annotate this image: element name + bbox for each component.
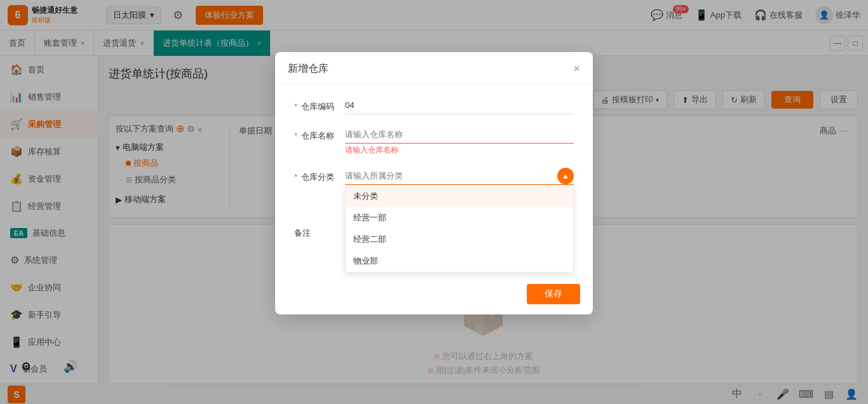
category-input-wrap: ▲ 未分类 经营一部 经营二部 物业部 bbox=[345, 167, 574, 185]
save-button[interactable]: 保存 bbox=[527, 284, 580, 304]
dropdown-item-dept1[interactable]: 经营一部 bbox=[346, 207, 573, 229]
form-row-name: * 仓库名称 请输入仓库名称 bbox=[294, 126, 574, 156]
name-error-msg: 请输入仓库名称 bbox=[345, 145, 574, 156]
name-input[interactable] bbox=[345, 126, 574, 144]
category-dropdown: 未分类 经营一部 经营二部 物业部 bbox=[345, 185, 574, 273]
category-label: * 仓库分类 bbox=[294, 167, 345, 183]
code-input-wrap bbox=[345, 97, 574, 114]
name-input-wrap: 请输入仓库名称 bbox=[345, 126, 574, 156]
code-label: * 仓库编码 bbox=[294, 97, 345, 112]
code-input[interactable] bbox=[345, 97, 574, 114]
form-row-category: * 仓库分类 ▲ 未分类 经营一部 经营二部 物业部 bbox=[294, 167, 574, 185]
modal-body: * 仓库编码 * 仓库名称 请输入仓库名称 bbox=[275, 84, 593, 276]
modal-title: 新增仓库 bbox=[288, 62, 329, 76]
category-arrow-icon[interactable]: ▲ bbox=[557, 168, 574, 184]
name-label: * 仓库名称 bbox=[294, 126, 345, 142]
dropdown-item-property[interactable]: 物业部 bbox=[346, 250, 573, 272]
modal-footer: 保存 bbox=[275, 276, 593, 314]
category-input[interactable] bbox=[345, 167, 574, 185]
note-label: 备注 bbox=[294, 223, 345, 239]
modal-dialog: 新增仓库 × * 仓库编码 * 仓库名称 bbox=[275, 52, 593, 314]
modal-backdrop[interactable]: 新增仓库 × * 仓库编码 * 仓库名称 bbox=[0, 0, 868, 404]
dropdown-item-dept2[interactable]: 经营二部 bbox=[346, 229, 573, 250]
modal-close-button[interactable]: × bbox=[573, 63, 580, 74]
modal-header: 新增仓库 × bbox=[275, 52, 593, 84]
form-row-code: * 仓库编码 bbox=[294, 97, 574, 114]
dropdown-item-uncategorized[interactable]: 未分类 bbox=[346, 185, 573, 207]
